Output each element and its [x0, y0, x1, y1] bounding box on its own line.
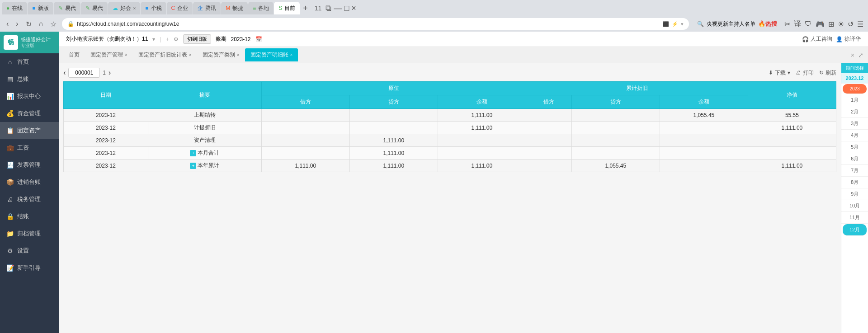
tab-home[interactable]: 首页 [63, 48, 85, 61]
close-panel-icon[interactable]: × [851, 52, 854, 59]
period-month-9[interactable]: 9月 [841, 188, 868, 200]
sidebar-item-closing[interactable]: 🔒 结账 [0, 208, 59, 225]
history-icon[interactable]: ↺ [848, 20, 854, 28]
download-button[interactable]: ⬇ 下载 ▾ [769, 69, 790, 77]
account-number-input[interactable] [68, 68, 100, 78]
browser-tab-tencent[interactable]: 企 腾讯 [193, 2, 221, 14]
app-edition: 专业版 [21, 42, 51, 49]
home-button[interactable]: ⌂ [37, 19, 45, 29]
tab-label: 固定资产管理 [90, 51, 123, 59]
shield-icon[interactable]: 🛡 [805, 20, 812, 28]
add-company-icon[interactable]: + [165, 36, 169, 42]
period-year-label[interactable]: 2023 [843, 84, 867, 94]
sidebar-item-fund-mgmt[interactable]: 💰 资金管理 [0, 105, 59, 122]
period-month-5[interactable]: 5月 [841, 141, 868, 153]
browser-tab-geshui[interactable]: ■ 个税 [141, 2, 166, 14]
version-switch-button[interactable]: 切到旧版 [183, 34, 211, 44]
sidebar-item-settings[interactable]: ⚙ 设置 [0, 242, 59, 259]
sidebar-item-fixed-assets[interactable]: 📋 固定资产 [0, 122, 59, 139]
tab-depreciation-stats[interactable]: 固定资产折旧统计表 × [133, 48, 197, 61]
maximize-icon[interactable]: □ [344, 4, 349, 13]
period-month-6[interactable]: 6月 [841, 153, 868, 165]
cell-summary: 上期结转 [148, 109, 261, 122]
browser-tab-active[interactable]: S 目前 [274, 2, 300, 14]
sidebar-item-general-ledger[interactable]: ▤ 总账 [0, 70, 59, 88]
period-month-10[interactable]: 10月 [841, 200, 868, 212]
minimize-icon[interactable]: — [334, 4, 342, 13]
browser-tab-qiye[interactable]: C 企业 [167, 2, 193, 14]
table-row: 2023-12 计提折旧 1,111.00 1,111.00 [64, 122, 836, 134]
refresh-button[interactable]: ↻ 刷新 [819, 69, 836, 77]
prev-account-button[interactable]: ‹ [63, 69, 66, 77]
logo-text: 畅 [8, 38, 14, 47]
refresh-button[interactable]: ↻ [24, 19, 33, 29]
sidebar-item-label: 税务管理 [17, 195, 41, 203]
tab-close-icon[interactable]: × [290, 52, 293, 57]
cell-orig-credit: 1,111.00 [349, 159, 438, 172]
tab-close-icon[interactable]: × [125, 52, 127, 57]
account-nav-left: ‹ 1 › [63, 68, 111, 78]
period-month-3[interactable]: 3月 [841, 118, 868, 130]
period-month-8[interactable]: 8月 [841, 177, 868, 188]
period-month-4[interactable]: 4月 [841, 130, 868, 141]
scissors-icon[interactable]: ✂ [784, 20, 790, 28]
browser-tab-changjie[interactable]: M 畅捷 [221, 2, 248, 14]
back-button[interactable]: ‹ [5, 19, 10, 29]
browser-tab-online[interactable]: ● 在线 [2, 2, 27, 14]
browser-tab-yidai1[interactable]: ✎ 易代 [54, 2, 80, 14]
browser-tab-haohui[interactable]: ☁ 好会 × [108, 2, 141, 14]
cell-net-value: 1,111.00 [748, 122, 836, 134]
grid-icon[interactable]: ⊞ [828, 20, 834, 28]
header-accumulated-depreciation: 累计折旧 [526, 82, 748, 95]
tab-close-icon[interactable]: × [189, 52, 192, 57]
user-button[interactable]: 👤 徐译华 [836, 35, 861, 43]
print-button[interactable]: 🖨 打印 [796, 69, 814, 77]
next-account-button[interactable]: › [108, 69, 111, 77]
browser-tab-yidai2[interactable]: ✎ 易代 [81, 2, 108, 14]
settings-gear-icon[interactable]: ⚙ [174, 36, 179, 42]
sidebar-item-invoice[interactable]: 🧾 发票管理 [0, 156, 59, 174]
new-tab-button[interactable]: + [300, 4, 311, 13]
tab-asset-ledger[interactable]: 固定资产明细账 × [245, 48, 298, 61]
browser-tab-new[interactable]: ■ 新版 [28, 2, 53, 14]
translate-icon[interactable]: 译 [794, 19, 801, 29]
forward-button[interactable]: › [14, 19, 20, 29]
period-month-11[interactable]: 11月 [841, 212, 868, 224]
tab-close-icon[interactable]: × [133, 6, 136, 11]
period-month-1[interactable]: 1月 [841, 94, 868, 106]
service-button[interactable]: 🎧 人工咨询 [802, 35, 832, 43]
brightness-icon[interactable]: ☀ [838, 20, 844, 28]
dropdown-icon[interactable]: ▾ [681, 21, 684, 27]
user-icon: 👤 [836, 36, 843, 42]
sidebar-item-tax[interactable]: 🖨 税务管理 [0, 191, 59, 208]
browser-tab-gedi[interactable]: ≡ 各地 [248, 2, 274, 14]
period-month-12[interactable]: 12月 [843, 224, 867, 236]
calendar-icon[interactable]: 📅 [255, 36, 262, 42]
table-row-monthly-total: 2023-12 +本月合计 1,111.00 [64, 147, 836, 159]
company-dropdown-icon[interactable]: ▾ [152, 36, 155, 42]
sidebar-item-payroll[interactable]: 💼 工资 [0, 139, 59, 156]
restore-window-icon[interactable]: ⧉ [326, 4, 331, 13]
tab-fixed-asset-mgmt[interactable]: 固定资产管理 × [85, 48, 133, 61]
period-month-2[interactable]: 2月 [841, 106, 868, 118]
sidebar-item-label: 固定资产 [17, 127, 41, 135]
cell-orig-credit: 1,111.00 [349, 147, 438, 159]
sidebar-item-archive[interactable]: 📁 归档管理 [0, 225, 59, 242]
bookmark-button[interactable]: ☆ [48, 19, 58, 29]
address-bar[interactable]: 🔒 https://cloud.chanjet.com/accounting/u… [62, 18, 689, 30]
expand-icon[interactable]: ⤢ [858, 52, 863, 59]
sidebar-item-purchase-sales[interactable]: 📦 进销台账 [0, 174, 59, 191]
sidebar-item-reports[interactable]: 📊 报表中心 [0, 88, 59, 105]
sidebar-item-guide[interactable]: 📝 新手引导 [0, 259, 59, 277]
period-month-7[interactable]: 7月 [841, 165, 868, 177]
sidebar-item-home[interactable]: ⌂ 首页 [0, 53, 59, 70]
period-header[interactable]: 期间选择 [841, 63, 868, 73]
sub-header-debit-2: 借方 [526, 95, 571, 109]
close-icon[interactable]: × [351, 4, 356, 13]
game-icon[interactable]: 🎮 [816, 20, 825, 28]
period-selected-year[interactable]: 2023.12 [841, 73, 868, 84]
tab-close-icon[interactable]: × [237, 52, 240, 57]
menu-icon[interactable]: ☰ [857, 20, 863, 28]
tab-label: 目前 [284, 5, 295, 12]
tab-asset-category[interactable]: 固定资产类别 × [197, 48, 245, 61]
